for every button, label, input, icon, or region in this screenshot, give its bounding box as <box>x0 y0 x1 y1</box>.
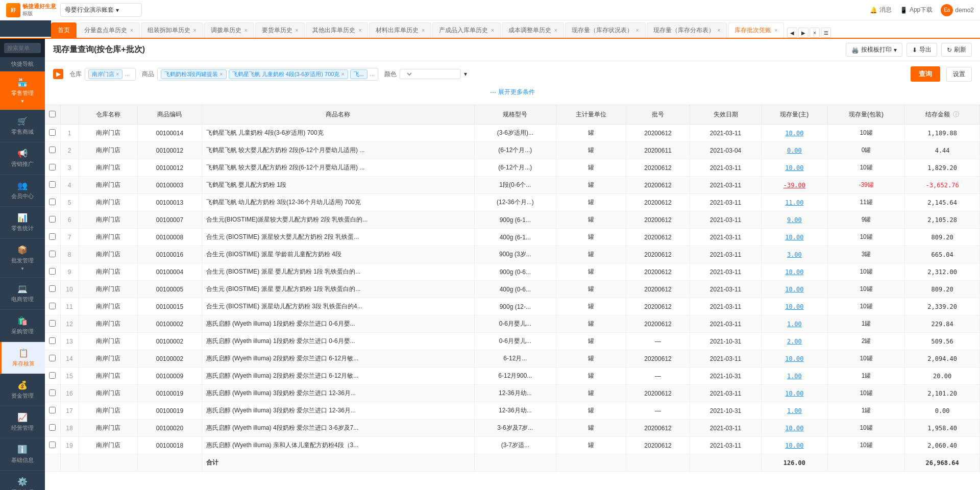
tab-product-in[interactable]: 产成品入库单历史 × <box>432 22 501 38</box>
tab-next-btn[interactable]: ▶ <box>798 28 808 38</box>
sidebar-quick-nav[interactable]: 快捷导航 <box>0 57 45 71</box>
cell-checkbox[interactable] <box>45 350 60 368</box>
tab-close-btn[interactable]: × <box>810 28 820 38</box>
close-icon[interactable]: × <box>358 28 361 33</box>
row-checkbox[interactable] <box>49 268 56 275</box>
cell-checkbox[interactable] <box>45 420 60 437</box>
sidebar-item-inventory[interactable]: 📋 库存核算 <box>0 342 45 374</box>
tab-req[interactable]: 要货单历史 × <box>255 22 305 38</box>
warehouse-tag-area[interactable]: 南岸门店 × ... <box>85 68 136 81</box>
cell-qty-main[interactable]: 3.00 <box>761 246 827 263</box>
color-tag-area[interactable] <box>400 69 461 79</box>
close-icon[interactable]: × <box>422 28 425 33</box>
filter-more-dots[interactable]: ... <box>125 70 130 78</box>
cell-checkbox[interactable] <box>45 315 60 333</box>
tab-stock-status[interactable]: 现存量（库存状况表） × <box>565 22 646 38</box>
sidebar-item-retail-shop[interactable]: 🛒 零售商城 <box>0 110 45 142</box>
print-button[interactable]: 🖨️ 按模板打印 ▾ <box>846 43 902 57</box>
sidebar-item-retail-stats[interactable]: 📊 零售统计 <box>0 207 45 239</box>
cell-checkbox[interactable] <box>45 229 60 246</box>
tab-menu-btn[interactable]: ☰ <box>821 28 831 38</box>
search-input[interactable] <box>4 43 41 53</box>
close-icon[interactable]: × <box>554 28 557 33</box>
row-checkbox[interactable] <box>49 199 56 205</box>
cell-qty-main[interactable]: 1.00 <box>761 315 827 333</box>
cell-checkbox[interactable] <box>45 263 60 281</box>
cell-qty-main[interactable]: 0.00 <box>761 142 827 159</box>
cell-checkbox[interactable] <box>45 333 60 350</box>
tab-batch-voucher[interactable]: 库存批次凭账 × <box>728 22 784 38</box>
row-checkbox[interactable] <box>49 216 56 223</box>
sidebar-item-purchase[interactable]: 🛍️ 采购管理 <box>0 310 45 342</box>
row-checkbox[interactable] <box>49 389 56 396</box>
row-checkbox[interactable] <box>49 424 56 431</box>
user-avatar[interactable]: Ea demo2 <box>941 4 974 16</box>
close-icon[interactable]: × <box>774 28 777 33</box>
remove-warehouse-icon[interactable]: × <box>116 71 119 77</box>
close-icon[interactable]: × <box>718 28 721 33</box>
cell-checkbox[interactable] <box>45 194 60 211</box>
row-checkbox[interactable] <box>49 285 56 292</box>
sidebar-item-operations[interactable]: 📈 经营管理 <box>0 406 45 438</box>
cell-qty-main[interactable]: -39.00 <box>761 177 827 194</box>
tab-material[interactable]: 材料出库单历史 × <box>369 22 431 38</box>
color-dropdown[interactable] <box>403 70 413 78</box>
store-selector[interactable]: 母婴行业演示账套 ▾ <box>60 3 142 17</box>
tab-combo[interactable]: 组装拆卸单历史 × <box>141 22 203 38</box>
cell-qty-main[interactable]: 10.00 <box>761 281 827 298</box>
filter-expand-button[interactable]: ▶ <box>53 69 63 79</box>
cell-checkbox[interactable] <box>45 246 60 263</box>
sidebar-item-marketing[interactable]: 📢 营销推广 <box>0 142 45 175</box>
cell-qty-main[interactable]: 10.00 <box>761 420 827 437</box>
sidebar-item-wholesale[interactable]: 📦 批发管理 ▼ <box>0 239 45 278</box>
cell-checkbox[interactable] <box>45 159 60 177</box>
app-download-btn[interactable]: 📱 App下载 <box>900 6 933 14</box>
amount-info-icon[interactable]: ⓘ <box>953 111 959 118</box>
sidebar-item-system[interactable]: ⚙️ 系统管理 <box>0 471 45 490</box>
cell-qty-main[interactable]: 1.00 <box>761 402 827 420</box>
cell-qty-main[interactable]: 9.00 <box>761 211 827 229</box>
sidebar-item-retail[interactable]: 🏪 零售管理 ▼ <box>0 71 45 110</box>
expand-more-button[interactable]: ⋯ 展开更多条件 <box>487 85 538 100</box>
cell-qty-main[interactable]: 10.00 <box>761 298 827 315</box>
sidebar-item-ecommerce[interactable]: 💻 电商管理 <box>0 278 45 310</box>
cell-qty-main[interactable]: 10.00 <box>761 159 827 177</box>
close-icon[interactable]: × <box>636 28 639 33</box>
cell-checkbox[interactable] <box>45 281 60 298</box>
cell-checkbox[interactable] <box>45 298 60 315</box>
message-btn[interactable]: 🔔 消息 <box>870 6 892 14</box>
cell-checkbox[interactable] <box>45 211 60 229</box>
product-more-dots[interactable]: ... <box>370 70 375 78</box>
cell-checkbox[interactable] <box>45 125 60 142</box>
cell-qty-main[interactable]: 10.00 <box>761 263 827 281</box>
close-icon[interactable]: × <box>244 28 248 33</box>
row-checkbox[interactable] <box>49 407 56 413</box>
row-checkbox[interactable] <box>49 355 56 361</box>
tab-other-out[interactable]: 其他出库单历史 × <box>306 22 368 38</box>
row-checkbox[interactable] <box>49 320 56 327</box>
cell-qty-main[interactable]: 10.00 <box>761 125 827 142</box>
row-checkbox[interactable] <box>49 146 56 153</box>
cell-qty-main[interactable]: 1.00 <box>761 368 827 385</box>
cell-qty-main[interactable]: 11.00 <box>761 194 827 211</box>
product-tag-area[interactable]: 飞鹤奶粉3段丙罐提装 × 飞鹤星飞帆 儿童奶粉 4段(3-6岁适用) 700克 … <box>157 68 378 81</box>
setting-button[interactable]: 设置 <box>946 67 972 82</box>
query-button[interactable]: 查询 <box>911 66 940 82</box>
row-checkbox[interactable] <box>49 303 56 309</box>
tab-cost[interactable]: 成本调整单历史 × <box>502 22 564 38</box>
row-checkbox[interactable] <box>49 442 56 448</box>
remove-product-2-icon[interactable]: × <box>341 71 344 77</box>
close-icon[interactable]: × <box>491 28 494 33</box>
cell-checkbox[interactable] <box>45 177 60 194</box>
cell-checkbox[interactable] <box>45 142 60 159</box>
cell-qty-main[interactable]: 10.00 <box>761 437 827 454</box>
row-checkbox[interactable] <box>49 337 56 344</box>
cell-qty-main[interactable]: 10.00 <box>761 229 827 246</box>
tab-split-inventory[interactable]: 分量盘点单历史 × <box>78 22 140 38</box>
remove-product-1-icon[interactable]: × <box>219 71 223 77</box>
tab-prev-btn[interactable]: ◀ <box>787 28 797 38</box>
cell-checkbox[interactable] <box>45 385 60 402</box>
sidebar-item-member[interactable]: 👥 会员中心 <box>0 175 45 207</box>
row-checkbox[interactable] <box>49 372 56 379</box>
row-checkbox[interactable] <box>49 233 56 240</box>
